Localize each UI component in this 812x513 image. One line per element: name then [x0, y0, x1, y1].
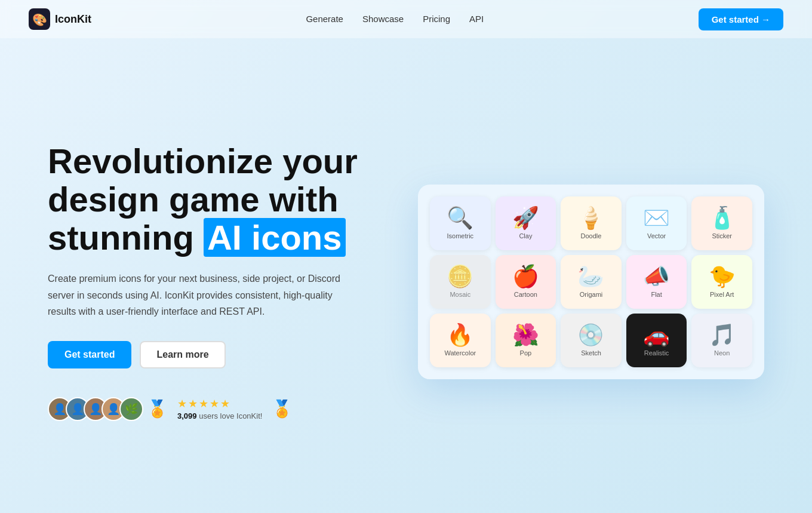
hero-heading: Revolutionize yourdesign game withstunni…: [48, 142, 394, 256]
icon-cell-watercolor: 🔥Watercolor: [430, 314, 491, 367]
nav-showcase[interactable]: Showcase: [362, 14, 404, 24]
icon-cell-sticker: 🧴Sticker: [691, 196, 752, 250]
avatar-5: 🌿: [119, 397, 143, 421]
hero-left-content: Revolutionize yourdesign game withstunni…: [48, 142, 394, 421]
icon-label-doodle: Doodle: [581, 232, 602, 239]
laurel-left-icon: 🏅: [147, 401, 168, 417]
icon-emoji-clay: 🚀: [512, 207, 539, 229]
rating-label: users love IconKit!: [199, 411, 262, 420]
navbar: 🎨 IconKit Generate Showcase Pricing API …: [0, 0, 812, 38]
icon-emoji-neon: 🎵: [709, 324, 736, 346]
svg-text:🎨: 🎨: [32, 13, 47, 27]
logo-link[interactable]: 🎨 IconKit: [29, 8, 91, 30]
icon-label-watercolor: Watercolor: [444, 349, 476, 357]
star-3: ★: [199, 397, 208, 410]
star-1: ★: [177, 397, 187, 410]
icon-emoji-isometric: 🔍: [447, 207, 473, 229]
icon-label-mosaic: Mosaic: [450, 291, 470, 298]
icon-label-clay: Clay: [519, 232, 532, 239]
icon-emoji-origami: 🦢: [577, 266, 604, 287]
nav-links: Generate Showcase Pricing API: [306, 14, 484, 24]
icon-emoji-watercolor: 🔥: [447, 324, 473, 346]
icon-cell-cartoon: 🍎Cartoon: [496, 255, 556, 309]
icon-cell-doodle: 🍦Doodle: [561, 196, 622, 250]
icon-cell-pixel-art: 🐤Pixel Art: [691, 255, 752, 309]
icon-cell-origami: 🦢Origami: [561, 255, 622, 309]
icon-label-sticker: Sticker: [712, 232, 732, 239]
icon-emoji-realistic: 🚗: [643, 324, 670, 346]
icon-emoji-flat: 📣: [643, 266, 670, 287]
icon-cell-flat: 📣Flat: [626, 255, 687, 309]
icon-label-realistic: Realistic: [644, 349, 669, 357]
icon-emoji-sticker: 🧴: [709, 207, 736, 229]
laurel-right-icon: 🏅: [272, 401, 293, 417]
rating-block: ★ ★ ★ ★ ★ 3,099 users love IconKit!: [177, 397, 262, 420]
icon-emoji-pop: 🌺: [512, 324, 539, 346]
hero-heading-highlight: AI icons: [204, 218, 346, 257]
icon-grid: 🔍Isometric🚀Clay🍦Doodle✉️Vector🧴Sticker🪙M…: [430, 196, 752, 367]
icon-cell-vector: ✉️Vector: [626, 196, 687, 250]
star-4: ★: [210, 397, 219, 410]
social-proof: 👤 👤 👤 👤 🌿 🏅 ★ ★ ★ ★ ★ 3,099 users love I…: [48, 397, 394, 421]
icon-cell-mosaic: 🪙Mosaic: [430, 255, 491, 309]
stars: ★ ★ ★ ★ ★: [177, 397, 230, 410]
avatar-group: 👤 👤 👤 👤 🌿: [48, 397, 137, 421]
hero-buttons: Get started Learn more: [48, 341, 394, 368]
star-5: ★: [220, 397, 230, 410]
icon-label-origami: Origami: [580, 291, 603, 298]
icon-cell-neon: 🎵Neon: [691, 314, 752, 367]
hero-get-started-button[interactable]: Get started: [48, 341, 131, 368]
icon-cell-pop: 🌺Pop: [496, 314, 556, 367]
icon-emoji-vector: ✉️: [643, 207, 670, 229]
icon-label-pixel-art: Pixel Art: [710, 291, 734, 298]
icon-cell-clay: 🚀Clay: [496, 196, 556, 250]
icon-label-vector: Vector: [647, 232, 666, 239]
icon-label-cartoon: Cartoon: [514, 291, 537, 298]
icon-emoji-pixel-art: 🐤: [709, 266, 736, 287]
star-2: ★: [188, 397, 198, 410]
hero-section: Revolutionize yourdesign game withstunni…: [0, 38, 812, 513]
icon-emoji-cartoon: 🍎: [512, 266, 539, 287]
nav-get-started-button[interactable]: Get started →: [699, 8, 783, 30]
nav-pricing[interactable]: Pricing: [423, 14, 450, 24]
icon-label-neon: Neon: [714, 349, 730, 357]
icon-label-flat: Flat: [651, 291, 662, 298]
hero-learn-more-button[interactable]: Learn more: [140, 341, 225, 368]
icon-label-pop: Pop: [520, 349, 532, 357]
icon-cell-isometric: 🔍Isometric: [430, 196, 491, 250]
icon-grid-container: 🔍Isometric🚀Clay🍦Doodle✉️Vector🧴Sticker🪙M…: [418, 185, 764, 379]
logo-icon: 🎨: [29, 8, 50, 30]
icon-cell-sketch: 💿Sketch: [561, 314, 622, 367]
nav-api[interactable]: API: [469, 14, 484, 24]
logo-text: IconKit: [55, 13, 91, 26]
icon-label-sketch: Sketch: [581, 349, 601, 357]
rating-count: 3,099: [177, 411, 197, 420]
hero-description: Create premium icons for your next busin…: [48, 271, 358, 320]
hero-right-content: 🔍Isometric🚀Clay🍦Doodle✉️Vector🧴Sticker🪙M…: [418, 185, 764, 379]
nav-generate[interactable]: Generate: [306, 14, 343, 24]
icon-emoji-doodle: 🍦: [577, 207, 604, 229]
icon-cell-realistic: 🚗Realistic: [626, 314, 687, 367]
rating-text: 3,099 users love IconKit!: [177, 411, 262, 420]
icon-emoji-mosaic: 🪙: [447, 266, 473, 287]
icon-label-isometric: Isometric: [447, 232, 473, 239]
icon-emoji-sketch: 💿: [577, 324, 604, 346]
